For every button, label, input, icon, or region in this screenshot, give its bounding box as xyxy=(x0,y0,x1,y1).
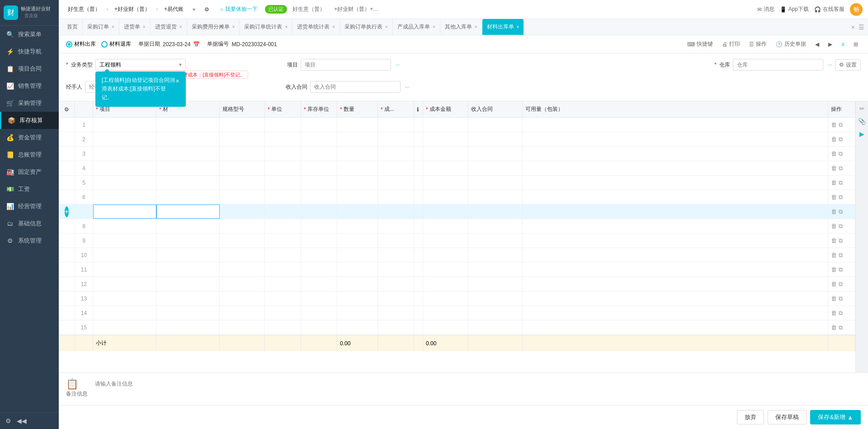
tab-purchase-expense[interactable]: 采购费用分摊单 × xyxy=(187,19,240,35)
remarks-input[interactable] xyxy=(93,378,861,395)
row1-material[interactable] xyxy=(156,118,220,132)
sidebar-item-base-info[interactable]: 🗂 基础信息 xyxy=(0,215,59,232)
row3-delete-btn[interactable]: 🗑 xyxy=(831,150,837,157)
row1-material-input[interactable] xyxy=(159,122,217,128)
row4-copy-btn[interactable]: ⧉ xyxy=(839,165,843,172)
row5-delete-btn[interactable]: 🗑 xyxy=(831,179,837,186)
save-draft-btn[interactable]: 保存草稿 xyxy=(768,410,807,424)
tab-purchase-expense-close[interactable]: × xyxy=(232,24,235,29)
list-view-btn[interactable]: ≡ xyxy=(839,40,847,49)
tab-material-out[interactable]: 材料出库单 × xyxy=(482,19,524,35)
tab-home[interactable]: 首页 xyxy=(62,19,83,35)
row8-delete-btn[interactable]: 🗑 xyxy=(831,223,837,229)
row7-material-input[interactable] xyxy=(160,209,217,215)
app-download-btn[interactable]: 📱 App下载 xyxy=(780,5,809,13)
right-edit-icon[interactable]: ✏ xyxy=(859,105,865,112)
sidebar-collapse-icon[interactable]: ◀◀ xyxy=(17,417,27,424)
sidebar-item-sys-mgmt[interactable]: ⚙ 系统管理 xyxy=(0,232,59,249)
project-input[interactable] xyxy=(301,59,391,71)
row14-delete-btn[interactable]: 🗑 xyxy=(831,310,837,316)
revenue-contract-input[interactable] xyxy=(310,81,401,93)
prev-record-btn[interactable]: ◀ xyxy=(812,40,822,49)
tab-purchase-exec-close[interactable]: × xyxy=(385,24,388,29)
right-attachment-icon[interactable]: 📎 xyxy=(858,118,866,125)
sidebar-item-ledger[interactable]: 📒 总账管理 xyxy=(0,146,59,163)
sidebar-item-purchase[interactable]: 🛒 采购管理 xyxy=(0,95,59,112)
tooltip-close-btn[interactable]: × xyxy=(175,76,179,86)
online-support-btn[interactable]: 🎧 在线客服 xyxy=(814,5,844,13)
message-btn[interactable]: ✉ 消息 xyxy=(757,5,774,13)
row7-delete-btn[interactable]: 🗑 xyxy=(831,208,837,215)
tab-goods-received[interactable]: 进货单 × xyxy=(119,19,151,35)
row2-copy-btn[interactable]: ⧉ xyxy=(839,136,843,143)
tab-goods-received-close[interactable]: × xyxy=(143,24,146,29)
print-btn[interactable]: 🖨 打印 xyxy=(719,39,743,49)
top-nav-settings[interactable]: ⚙ xyxy=(201,5,213,14)
row6-delete-btn[interactable]: 🗑 xyxy=(831,194,837,200)
row6-copy-btn[interactable]: ⧉ xyxy=(839,194,843,201)
warehouse-input[interactable] xyxy=(733,59,823,71)
row12-delete-btn[interactable]: 🗑 xyxy=(831,281,837,287)
next-record-btn[interactable]: ▶ xyxy=(826,40,835,49)
row1-cost-amt[interactable] xyxy=(423,118,468,132)
row1-project[interactable] xyxy=(93,118,156,132)
tab-other-in-close[interactable]: × xyxy=(475,24,477,29)
row1-copy-btn[interactable]: ⧉ xyxy=(839,121,843,129)
row9-copy-btn[interactable]: ⧉ xyxy=(839,237,843,244)
sidebar-item-search[interactable]: 🔍 搜索菜单 xyxy=(0,26,59,43)
operation-btn[interactable]: ☰ 操作 xyxy=(746,39,769,49)
row8-copy-btn[interactable]: ⧉ xyxy=(839,223,843,230)
tab-goods-stat-close[interactable]: × xyxy=(332,24,335,29)
tab-finished-goods-close[interactable]: × xyxy=(433,24,435,29)
user-avatar[interactable]: 畅 xyxy=(850,3,863,16)
row10-delete-btn[interactable]: 🗑 xyxy=(831,252,837,258)
tab-purchase-exec[interactable]: 采购订单执行表 × xyxy=(340,19,393,35)
top-nav-good-biz2[interactable]: 好生意（普） xyxy=(289,4,329,15)
row3-copy-btn[interactable]: ⧉ xyxy=(839,150,843,157)
tab-material-out-close[interactable]: × xyxy=(517,24,519,29)
discard-btn[interactable]: 放弃 xyxy=(737,410,764,424)
th-gear[interactable]: ⚙ xyxy=(59,101,75,117)
row1-project-input[interactable] xyxy=(96,122,153,128)
tab-menu[interactable]: ☰ xyxy=(859,24,864,31)
sidebar-item-finance[interactable]: 💰 资金管理 xyxy=(0,129,59,146)
top-nav-good-finance2[interactable]: +好业财（普）+… xyxy=(330,4,382,15)
row2-delete-btn[interactable]: 🗑 xyxy=(831,136,837,143)
row7-project-input[interactable] xyxy=(96,209,153,215)
row11-delete-btn[interactable]: 🗑 xyxy=(831,266,837,273)
row1-store-unit[interactable] xyxy=(301,118,337,132)
sidebar-item-sales[interactable]: 📈 销售管理 xyxy=(0,77,59,95)
tab-purchase-order-close[interactable]: × xyxy=(112,24,114,29)
sidebar-item-operations[interactable]: 📊 经营管理 xyxy=(0,198,59,215)
revenue-contract-link[interactable]: ··· xyxy=(405,84,410,90)
sidebar-item-quick-nav[interactable]: ⚡ 快捷导航 xyxy=(0,43,59,60)
row5-copy-btn[interactable]: ⧉ xyxy=(839,179,843,186)
sidebar-item-project-contract[interactable]: 📋 项目合同 xyxy=(0,60,59,77)
tab-purchase-order[interactable]: 采购订单 × xyxy=(83,19,119,35)
top-nav-good-finance[interactable]: +好业财（普） xyxy=(111,4,154,15)
project-link[interactable]: ··· xyxy=(396,62,400,68)
tab-purchase-stat[interactable]: 采购订单统计表 × xyxy=(240,19,292,35)
row1-contract[interactable] xyxy=(468,118,523,132)
calendar-icon[interactable]: 📅 xyxy=(193,41,200,48)
top-nav-dropdown[interactable]: ▾ xyxy=(189,5,199,14)
sidebar-item-inventory[interactable]: 📦 库存核算 xyxy=(0,112,59,129)
row1-qty[interactable] xyxy=(337,118,378,132)
settings-btn[interactable]: ⚙ 设置 xyxy=(835,59,861,71)
sidebar-settings-icon[interactable]: ⚙ xyxy=(5,417,11,424)
add-row-btn[interactable]: + xyxy=(65,206,69,217)
tab-other-in[interactable]: 其他入库单 × xyxy=(440,19,482,35)
tab-goods-return[interactable]: 进货退货 × xyxy=(151,19,187,35)
warehouse-link[interactable]: ··· xyxy=(828,62,832,68)
radio-material-out[interactable]: 材料出库 xyxy=(66,40,96,48)
quick-key-btn[interactable]: ⌨ 快捷键 xyxy=(684,39,716,49)
notice-btn[interactable]: ○ 我要体验一下 xyxy=(220,5,258,13)
row10-copy-btn[interactable]: ⧉ xyxy=(839,252,843,259)
tab-purchase-stat-close[interactable]: × xyxy=(285,24,288,29)
bill-no-value[interactable]: MD-20230324-001 xyxy=(231,41,277,48)
history-btn[interactable]: 🕐 历史单据 xyxy=(773,39,809,49)
row14-copy-btn[interactable]: ⧉ xyxy=(839,310,843,317)
sidebar-item-fixed-assets[interactable]: 🏭 固定资产 xyxy=(0,163,59,181)
save-new-btn[interactable]: 保存&新增 ▲ xyxy=(810,410,861,424)
row12-copy-btn[interactable]: ⧉ xyxy=(839,281,843,288)
